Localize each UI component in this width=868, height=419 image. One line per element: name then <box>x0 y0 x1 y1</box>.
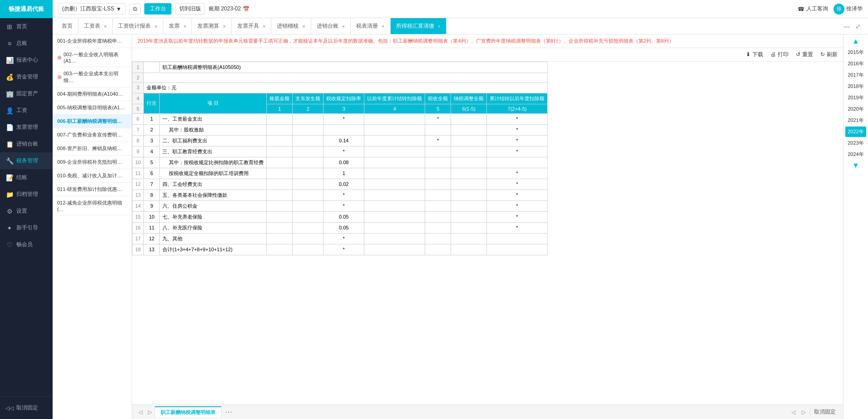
finance-icon: 💰 <box>5 73 14 81</box>
left-item-001[interactable]: 001-企业所得税年度纳税申… <box>53 34 132 48</box>
refresh-button[interactable]: ↻ 刷新 <box>820 51 838 58</box>
col-sub-7: 7(2+4-5) <box>487 104 548 113</box>
switch-button[interactable]: 切到旧版 <box>175 3 205 15</box>
download-button[interactable]: ⬇ 下载 <box>746 51 763 58</box>
left-item-003[interactable]: ⊗ 003-一般企业成本支出明细… <box>53 67 132 88</box>
scroll-left-button[interactable]: ◁ <box>789 408 798 416</box>
unpin-button[interactable]: ◁◁ 取消固定 <box>0 400 53 415</box>
year-2023[interactable]: 2023年 <box>845 138 866 148</box>
tab-salary-report[interactable]: 工资统计报表 × <box>113 18 163 34</box>
left-item-012[interactable]: 012-减免企业所得税优惠明细(… <box>53 196 132 215</box>
workspace-button[interactable]: 工作台 <box>144 3 172 15</box>
left-item-004[interactable]: 004-期间费用明细表(A1040… <box>53 88 132 101</box>
year-down-button[interactable]: ▼ <box>843 161 868 171</box>
cell-1-A[interactable] <box>144 62 160 73</box>
close-tab-salary[interactable]: × <box>104 24 107 29</box>
copy-button[interactable]: ⧉ <box>129 4 141 15</box>
spreadsheet-table: 1 职工薪酬纳税调整明细表(A105050) 2 3 <box>132 62 548 255</box>
sidebar-item-archive[interactable]: 📁 归档管理 <box>0 186 53 203</box>
support-link[interactable]: ☎ 人工客询 <box>798 5 828 13</box>
year-2021[interactable]: 2021年 <box>845 115 866 126</box>
calendar-icon[interactable]: 📅 <box>243 6 250 12</box>
tab-invoice-issue[interactable]: 发票开具 × <box>232 18 271 34</box>
sidebar-item-sales[interactable]: 📋 进销台账 <box>0 136 53 152</box>
topbar-right: ☎ 人工客询 徐 徐泽华 <box>798 4 863 15</box>
close-tab-salary-report[interactable]: × <box>154 24 157 29</box>
sheet-prev-button[interactable]: ◁ <box>136 407 145 417</box>
left-item-002[interactable]: ⊗ 002-一般企业收入明细表(A1… <box>53 48 132 67</box>
year-2024[interactable]: 2024年 <box>845 149 866 160</box>
error-icon-003: ⊗ <box>57 74 62 80</box>
close-tab-sales-check[interactable]: × <box>302 24 305 29</box>
tab-invoice-calc[interactable]: 发票测算 × <box>192 18 231 34</box>
left-item-010[interactable]: 010-免税、减计收入及加计… <box>53 169 132 183</box>
left-item-009[interactable]: 009-企业所得税补充抵扣明… <box>53 156 132 169</box>
sidebar-item-invoice[interactable]: 📄 发票管理 <box>0 119 53 136</box>
content-area: 001-企业所得税年度纳税申… ⊗ 002-一般企业收入明细表(A1… ⊗ 00… <box>53 34 868 419</box>
year-2017[interactable]: 2017年 <box>845 70 866 80</box>
close-tab-tax-settlement[interactable]: × <box>438 24 441 29</box>
support-icon: ☎ <box>798 6 804 12</box>
spreadsheet-area: 2019年度涉及取以前年度结转数据的申报表单元格需要手工填写正确，才能核证本年及… <box>132 34 843 419</box>
left-item-006[interactable]: 006-职工薪酬纳税调整明细… <box>53 115 132 128</box>
sidebar-item-guide[interactable]: ✦ 新手引导 <box>0 219 53 236</box>
home-icon: ⊞ <box>5 23 14 30</box>
year-2015[interactable]: 2015年 <box>845 47 866 58</box>
sidebar-item-finance[interactable]: 💰 资金管理 <box>0 68 53 85</box>
year-2016[interactable]: 2016年 <box>845 58 866 69</box>
sheet-more-button[interactable]: ⋯ <box>222 408 235 416</box>
tab-invoice[interactable]: 发票 × <box>163 18 192 34</box>
col-header-actual: 支东发生额 <box>293 93 324 104</box>
close-tab-tax-table[interactable]: × <box>382 24 384 29</box>
close-tab-invoice-calc[interactable]: × <box>223 24 226 29</box>
tab-tax-settlement[interactable]: 所得税汇算清缴 × <box>391 18 446 34</box>
sidebar-item-report[interactable]: 📊 报表中心 <box>0 52 53 68</box>
table-wrapper[interactable]: 1 职工薪酬纳税调整明细表(A105050) 2 3 <box>132 62 843 405</box>
sidebar-item-close[interactable]: 📝 结账 <box>0 169 53 186</box>
error-icon-002: ⊗ <box>57 54 62 61</box>
sheet-tab-main[interactable]: 职工薪酬纳税调整明细表 <box>155 406 221 418</box>
year-2018[interactable]: 2018年 <box>845 81 866 92</box>
tab-sales-ledger[interactable]: 进销台账 × <box>311 18 351 34</box>
col-sub-3: 3 <box>324 104 364 113</box>
left-item-011[interactable]: 011-研发费用加计扣除优惠… <box>53 183 132 196</box>
salary-icon: 👤 <box>5 107 14 114</box>
cell-1-title: 职工薪酬纳税调整明细表(A105050) <box>160 62 548 73</box>
tabbar: 首页 工资表 × 工资统计报表 × 发票 × 发票测算 × 发票开具 × 进销稽… <box>53 18 868 34</box>
row-num-1: 1 <box>132 62 144 73</box>
year-2022[interactable]: 2022年 <box>845 127 866 137</box>
company-selector[interactable]: (勿删）江西股宝-LSS ▼ <box>58 3 126 15</box>
sidebar-item-tax[interactable]: 🔧 税务管理 <box>0 152 53 169</box>
close-tab-sales-ledger[interactable]: × <box>342 24 345 29</box>
cell-2[interactable] <box>144 73 548 82</box>
collapse-button[interactable]: 取消固定 <box>810 407 839 417</box>
tab-home[interactable]: 首页 <box>56 18 78 34</box>
print-button[interactable]: 🖨 打印 <box>770 51 789 58</box>
maximize-tabs-button[interactable]: ⤢ <box>853 22 863 31</box>
minimize-tabs-button[interactable]: — <box>842 22 852 31</box>
col-header-taxfull: 税收全额 <box>425 93 451 104</box>
tab-sales-check[interactable]: 进销稽核 × <box>271 18 311 34</box>
left-item-005[interactable]: 005-纳税调整项目明细表(A1… <box>53 101 132 115</box>
sidebar-item-settings[interactable]: ⚙ 设置 <box>0 203 53 219</box>
sidebar-item-salary[interactable]: 👤 工资 <box>0 102 53 119</box>
close-tab-invoice[interactable]: × <box>183 24 186 29</box>
left-item-007[interactable]: 007-广告费和业务宣传费明… <box>53 128 132 142</box>
user-menu[interactable]: 徐 徐泽华 <box>834 4 863 15</box>
year-2020[interactable]: 2020年 <box>845 104 866 114</box>
year-up-button[interactable]: ▲ <box>843 36 868 46</box>
tab-salary[interactable]: 工资表 × <box>78 18 113 34</box>
sidebar-item-home[interactable]: ⊞ 首页 <box>0 18 53 35</box>
sidebar-item-ledger[interactable]: ≡ 总账 <box>0 35 53 52</box>
sidebar-item-member[interactable]: ♡ 畅会员 <box>0 236 53 253</box>
close-tab-invoice-issue[interactable]: × <box>263 24 265 29</box>
reset-button[interactable]: ↺ 重置 <box>796 51 813 58</box>
sidebar-item-assets[interactable]: 🏢 固定资产 <box>0 85 53 102</box>
warning-bar: 2019年度涉及取以前年度结转数据的申报表单元格需要手工填写正确，才能核证本年及… <box>132 34 843 48</box>
tab-tax-table[interactable]: 税表清册 × <box>351 18 390 34</box>
sheet-next-button[interactable]: ▷ <box>145 407 155 417</box>
year-2019[interactable]: 2019年 <box>845 93 866 103</box>
left-item-008[interactable]: 008-资产折旧、摊销及纳税… <box>53 142 132 156</box>
col-header-adjust: 纳税调整全额 <box>451 93 487 104</box>
scroll-right-button[interactable]: ▷ <box>799 408 808 416</box>
